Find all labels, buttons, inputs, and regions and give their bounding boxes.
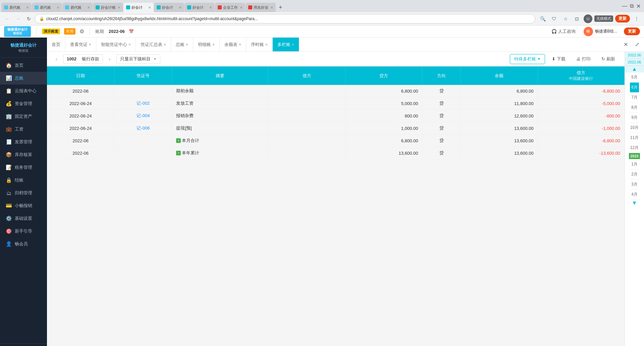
close-window-btn[interactable]: ✕ [636,3,641,9]
month-3[interactable]: 3月 [630,180,639,190]
url-bar[interactable]: 🔒 cloud2.chanjet.com/accounting/uh26t264… [35,14,535,23]
scroll-down-btn[interactable]: ▼ [625,200,644,206]
browser-tab-4[interactable]: 好会计账 ✕ [93,3,123,12]
tab-journal[interactable]: 序时账 × [246,38,273,52]
refresh-btn[interactable]: ↻ [24,14,34,23]
month-10[interactable]: 10月 [629,123,640,133]
cell-voucher-1[interactable]: 记-002 [114,97,172,110]
sidebar-item-settings[interactable]: ⚙️ 基础设置 [0,212,47,225]
tab-close-3[interactable]: ✕ [87,6,90,9]
calendar-icon[interactable]: 📅 [129,29,134,34]
sidebar-item-assets[interactable]: 🏢 固定资产 [0,110,47,123]
forward-btn[interactable]: → [13,14,23,23]
settings-btn[interactable]: ⚙ [79,28,84,35]
browser-tab-1[interactable]: 易代账 ✕ [1,3,32,12]
expand-tabs-btn[interactable]: ⤢ [633,40,641,49]
shield-icon[interactable]: 🛡 [549,14,559,23]
sidebar-item-capital[interactable]: 💰 资金管理 [0,97,47,110]
sidebar-item-member[interactable]: 👤 畅会员 [0,238,47,250]
tab-title-3: 易代账 [70,5,86,10]
month-6[interactable]: 6月 [630,83,639,93]
account-selector[interactable]: 1002 银行存款 [63,54,103,64]
refresh-btn[interactable]: ↻ 刷新 [597,54,619,64]
browser-tab-8[interactable]: 企业工作 ✕ [215,3,245,12]
browser-tab-2[interactable]: 易代账 ✕ [32,3,62,12]
sidebar-item-tax[interactable]: 📝 税务管理 [0,161,47,174]
search-icon[interactable]: 🔍 [538,14,547,23]
browser-tab-7[interactable]: 好会计 ✕ [184,3,215,12]
month-11[interactable]: 11月 [629,133,640,143]
new-tab-btn[interactable]: + [276,3,285,12]
account-name: 银行存款 [82,56,99,62]
app-update-btn[interactable]: 更新 [624,28,640,35]
tab-voucher-summary[interactable]: 凭证汇总表 × [136,38,171,52]
browser-tab-3[interactable]: 易代账 ✕ [62,3,93,12]
tab-close-8[interactable]: ✕ [240,6,243,9]
settings-icon: ⚙️ [5,215,12,221]
tab-voucher-summary-close[interactable]: × [164,42,166,47]
cell-voucher-3[interactable]: 记-006 [114,122,172,135]
month-5[interactable]: 5月 [630,72,639,83]
collapse-tabs-btn[interactable]: ✕ [621,40,630,49]
sidebar-item-archive[interactable]: 🗂 归档管理 [0,187,47,199]
browser-tab-9[interactable]: 用友好业 ✕ [246,3,276,12]
month-4[interactable]: 4月 [630,190,639,200]
maximize-btn[interactable]: ⧉ [630,3,634,9]
menu-dots-icon[interactable]: ⋮ [632,14,641,23]
tab-balance[interactable]: 余额表 × [220,38,246,52]
use-badge[interactable]: 常用 [64,28,75,35]
tab-balance-close[interactable]: × [239,42,241,47]
split-view-icon[interactable]: ⊡ [572,14,582,23]
sidebar-item-invoice[interactable]: 🧾 发票管理 [0,136,47,148]
multi-col-btn[interactable]: 特殊多栏账 ▼ [510,54,545,64]
tab-close-2[interactable]: ✕ [57,6,59,9]
tab-smart-voucher-close[interactable]: × [128,42,131,47]
month-7[interactable]: 7月 [630,93,639,103]
month-8[interactable]: 8月 [630,103,639,113]
sidebar-item-ledger[interactable]: 📊 总账 [0,72,47,85]
tab-home[interactable]: 首页 [47,38,65,52]
browser-tab-6[interactable]: 好会计 ✕ [154,3,184,12]
tab-detail-ledger-close[interactable]: × [212,42,215,47]
scroll-up-btn[interactable]: ▲ [625,66,644,72]
sidebar-item-inventory[interactable]: 📦 库存核算 [0,148,47,161]
tab-multi-column[interactable]: 多栏账 × [273,38,299,52]
sidebar-item-close[interactable]: 🔒 结账 [0,174,47,187]
sidebar-item-home[interactable]: 🏠 首页 [0,59,47,72]
tab-voucher-view-close[interactable]: × [89,42,91,47]
cell-voucher-2[interactable]: 记-004 [114,110,172,122]
tab-general-ledger-close[interactable]: × [186,42,188,47]
sidebar-item-salary[interactable]: 💼 工资 [0,123,47,136]
tab-close-6[interactable]: ✕ [179,6,181,9]
star-icon[interactable]: ☆ [561,14,570,23]
tab-close-4[interactable]: ✕ [118,6,120,9]
month-2[interactable]: 2月 [630,169,639,180]
download-btn[interactable]: ⬇ 下载 [548,54,570,64]
sidebar-item-guide[interactable]: 🎯 新手引导 [0,225,47,238]
minimize-btn[interactable]: — [622,3,627,9]
tab-close-7[interactable]: ✕ [209,6,212,9]
print-btn[interactable]: 🖨 打印 [572,54,595,64]
tab-detail-ledger[interactable]: 明细账 × [193,38,220,52]
next-account-btn[interactable]: › [106,55,114,63]
sidebar-item-expense[interactable]: 💳 小畅报销 [0,199,47,212]
help-btn[interactable]: 🎧 人工咨询 [551,29,576,35]
tab-close-1[interactable]: ✕ [26,6,29,9]
month-1[interactable]: 1月 [630,159,639,169]
sidebar-item-reports[interactable]: 📋 云报表中心 [0,85,47,97]
tab-close-9[interactable]: ✕ [270,6,273,9]
month-9[interactable]: 9月 [630,113,639,123]
browser-tab-5[interactable]: 好会计 ✕ [123,3,154,12]
filter-selector[interactable]: 只显示下级科目 ▼ [116,54,160,64]
tab-general-ledger[interactable]: 总账 × [171,38,193,52]
tab-close-5[interactable]: ✕ [148,6,151,9]
profile-icon[interactable]: U [584,14,592,23]
update-btn[interactable]: 更新 [615,15,630,22]
back-btn[interactable]: ← [3,14,12,23]
tab-multi-column-close[interactable]: × [292,42,294,47]
tab-journal-close[interactable]: × [265,42,268,47]
month-12[interactable]: 12月 [629,143,640,153]
tab-smart-voucher[interactable]: 智能凭证中心 × [96,38,136,52]
prev-account-btn[interactable]: ‹ [52,55,60,63]
tab-voucher-view[interactable]: 查看凭证 × [65,38,96,52]
